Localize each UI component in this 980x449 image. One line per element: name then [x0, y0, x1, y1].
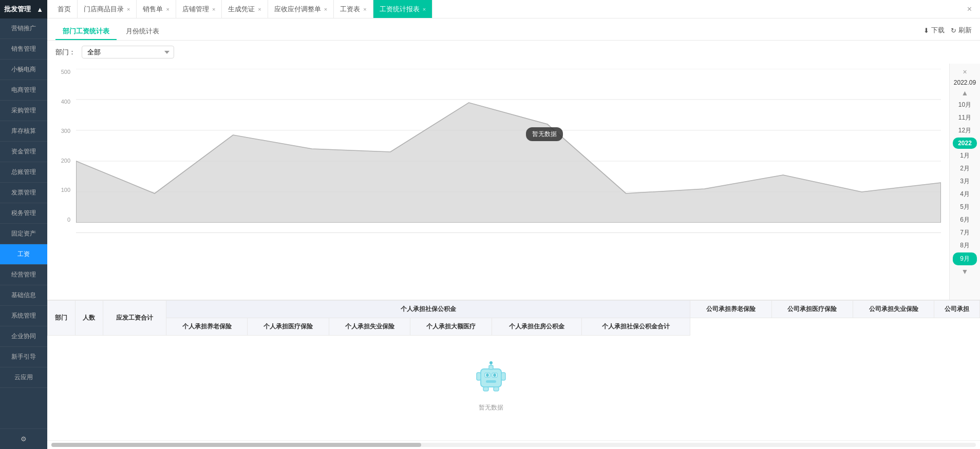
- sidebar-item-sales[interactable]: 销售管理: [0, 39, 47, 60]
- no-data-row: 暂无数据: [48, 336, 980, 433]
- sidebar-item-system[interactable]: 系统管理: [0, 306, 47, 326]
- sidebar-item-guide[interactable]: 新手引导: [0, 347, 47, 367]
- col-personal-unemployment: 个人承担失业保险: [329, 318, 410, 336]
- tab-close-store-catalog[interactable]: ×: [127, 6, 130, 12]
- data-table: 部门 人数 应发工资合计 个人承担社保公积金 公司承担养老保险 公司承担医疗保险…: [47, 300, 980, 433]
- chart-inner: 暂无数据: [76, 69, 941, 223]
- side-month-jan[interactable]: 1月: [950, 149, 980, 162]
- col-group-personal: 个人承担社保公积金: [166, 301, 690, 318]
- refresh-button[interactable]: ↻ 刷新: [951, 26, 972, 35]
- refresh-icon: ↻: [951, 27, 956, 34]
- side-panel-nav-up[interactable]: ▲: [960, 87, 970, 99]
- sidebar-item-cloud[interactable]: 云应用: [0, 367, 47, 388]
- tab-ar-ap-adjust[interactable]: 应收应付调整单 ×: [268, 0, 334, 18]
- svg-point-10: [486, 374, 489, 377]
- side-month-may[interactable]: 5月: [950, 201, 980, 213]
- sidebar-header: 批发管理 ▲: [0, 0, 47, 18]
- chart-and-side: 500 400 300 200 100 0: [47, 64, 980, 300]
- no-data-icon: [470, 356, 512, 397]
- side-month-sep[interactable]: 9月: [953, 252, 977, 265]
- tab-payroll[interactable]: 工资表 ×: [334, 0, 373, 18]
- main-area: 首页 门店商品目录 × 销售单 × 店铺管理 × 生成凭证 × 应收应付调整单 …: [47, 0, 980, 449]
- side-month-nov[interactable]: 11月: [950, 111, 980, 124]
- tab-close-store-management[interactable]: ×: [212, 6, 215, 12]
- col-company-medical: 公司承担医疗保险: [771, 301, 853, 318]
- area-chart-svg: [76, 69, 941, 223]
- tab-close-ar-ap-adjust[interactable]: ×: [324, 6, 327, 12]
- sidebar-item-ecommerce-small[interactable]: 小畅电商: [0, 60, 47, 80]
- svg-rect-7: [481, 369, 501, 387]
- side-month-jun[interactable]: 6月: [950, 213, 980, 226]
- col-personal-total: 个人承担社保公积金合计: [582, 318, 690, 336]
- tab-close-payroll-report[interactable]: ×: [423, 6, 426, 12]
- col-company-more: 公司承担: [934, 301, 980, 318]
- content-area: 部门工资统计表 月份统计表 ⬇ 下载 ↻ 刷新 部门： 全: [47, 18, 980, 449]
- sidebar-item-ledger[interactable]: 总账管理: [0, 162, 47, 183]
- side-month-jul[interactable]: 7月: [950, 226, 980, 239]
- col-count: 人数: [75, 301, 103, 336]
- col-company-pension: 公司承担养老保险: [690, 301, 771, 318]
- sub-tab-monthly[interactable]: 月份统计表: [119, 24, 166, 40]
- download-icon: ⬇: [924, 27, 929, 34]
- svg-rect-18: [483, 387, 488, 391]
- tab-close-payroll[interactable]: ×: [363, 6, 366, 12]
- side-panel-close-button[interactable]: ×: [950, 66, 980, 78]
- sidebar-item-enterprise[interactable]: 企业协同: [0, 326, 47, 347]
- sidebar-item-payroll[interactable]: 工资: [0, 244, 47, 265]
- sidebar-item-invoice[interactable]: 发票管理: [0, 183, 47, 203]
- download-button[interactable]: ⬇ 下载: [924, 26, 945, 35]
- sidebar-item-basic-info[interactable]: 基础信息: [0, 285, 47, 306]
- svg-point-11: [493, 374, 496, 377]
- side-month-apr[interactable]: 4月: [950, 188, 980, 201]
- tab-close-generate-voucher[interactable]: ×: [258, 6, 261, 12]
- tab-store-catalog[interactable]: 门店商品目录 ×: [78, 0, 137, 18]
- side-year-2022-label[interactable]: 2022: [953, 138, 977, 149]
- sidebar-toggle-icon[interactable]: ▲: [36, 6, 43, 13]
- table-area: 部门 人数 应发工资合计 个人承担社保公积金 公司承担养老保险 公司承担医疗保险…: [47, 300, 980, 440]
- svg-rect-13: [489, 365, 493, 369]
- no-data-area: 暂无数据: [48, 336, 934, 433]
- tab-home[interactable]: 首页: [51, 0, 78, 18]
- sidebar-item-operations[interactable]: 经营管理: [0, 265, 47, 285]
- filter-row: 部门： 全部 部门1 部门2: [47, 41, 980, 64]
- sidebar-item-marketing[interactable]: 营销推广: [0, 18, 47, 39]
- sub-tab-department[interactable]: 部门工资统计表: [55, 24, 117, 40]
- table-scrollbar-thumb[interactable]: [51, 443, 421, 447]
- svg-rect-17: [501, 373, 505, 380]
- tab-payroll-report[interactable]: 工资统计报表 ×: [373, 0, 432, 18]
- tab-store-management[interactable]: 店铺管理 ×: [176, 0, 222, 18]
- tab-bar: 首页 门店商品目录 × 销售单 × 店铺管理 × 生成凭证 × 应收应付调整单 …: [47, 0, 980, 18]
- col-company-unemployment: 公司承担失业保险: [853, 301, 934, 318]
- side-month-dec[interactable]: 12月: [950, 124, 980, 137]
- tab-generate-voucher[interactable]: 生成凭证 ×: [222, 0, 268, 18]
- sub-tabs: 部门工资统计表 月份统计表 ⬇ 下载 ↻ 刷新: [47, 18, 980, 41]
- sidebar-item-purchase[interactable]: 采购管理: [0, 101, 47, 121]
- sidebar-settings[interactable]: ⚙: [0, 428, 47, 449]
- side-month-aug[interactable]: 8月: [950, 239, 980, 252]
- side-panel: × 2022.09 ▲ 10月 11月 12月 2022 1月 2月 3月 4月…: [949, 64, 980, 300]
- settings-icon: ⚙: [21, 435, 27, 443]
- sidebar-item-assets[interactable]: 固定资产: [0, 224, 47, 244]
- side-month-feb[interactable]: 2月: [950, 162, 980, 175]
- side-month-oct[interactable]: 10月: [950, 99, 980, 111]
- sidebar-item-inventory[interactable]: 库存核算: [0, 121, 47, 142]
- y-axis-labels: 500 400 300 200 100 0: [55, 69, 73, 223]
- sidebar-item-tax[interactable]: 税务管理: [0, 203, 47, 224]
- chart-container: 500 400 300 200 100 0: [47, 64, 949, 300]
- side-month-mar[interactable]: 3月: [950, 175, 980, 188]
- tab-sales-order[interactable]: 销售单 ×: [137, 0, 176, 18]
- tab-close-sales-order[interactable]: ×: [166, 6, 169, 12]
- side-panel-nav-down[interactable]: ▼: [960, 266, 970, 277]
- sidebar-item-finance[interactable]: 资金管理: [0, 142, 47, 162]
- side-panel-year-label: 2022.09: [952, 78, 978, 87]
- no-data-text: 暂无数据: [479, 403, 503, 412]
- table-scrollbar[interactable]: [51, 443, 976, 447]
- close-all-button[interactable]: ×: [967, 5, 972, 14]
- sidebar-item-ecommerce[interactable]: 电商管理: [0, 80, 47, 101]
- department-select[interactable]: 全部 部门1 部门2: [82, 46, 174, 58]
- chart-wrap: 500 400 300 200 100 0: [55, 69, 941, 233]
- col-personal-major-medical: 个人承担大额医疗: [410, 318, 492, 336]
- svg-rect-16: [477, 373, 481, 380]
- svg-marker-6: [76, 103, 941, 223]
- chart-tooltip: 暂无数据: [526, 127, 563, 141]
